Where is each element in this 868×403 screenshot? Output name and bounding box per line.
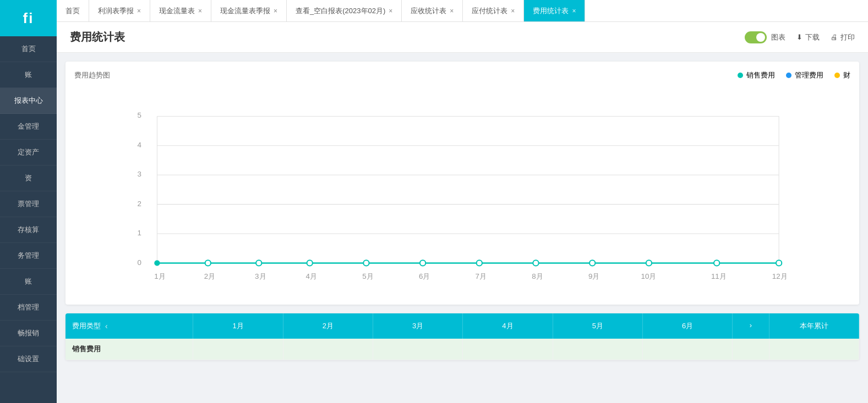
th-total: 本年累计: [769, 313, 859, 339]
td-m4: [463, 339, 553, 360]
svg-point-14: [154, 260, 160, 266]
sidebar-item-asset[interactable]: 定资产: [0, 140, 57, 165]
header-actions: 图表 ⬇ 下载 🖨 打印: [745, 31, 855, 43]
sidebar-item-service[interactable]: 务管理: [0, 243, 57, 269]
svg-text:1: 1: [137, 229, 141, 237]
page-title: 费用统计表: [70, 30, 125, 45]
close-tab-cashflow-q[interactable]: ×: [274, 7, 277, 15]
close-tab-profit[interactable]: ×: [137, 7, 141, 15]
svg-text:1月: 1月: [154, 272, 165, 280]
svg-text:7月: 7月: [476, 272, 487, 280]
svg-text:9月: 9月: [588, 272, 599, 280]
legend-admin: 管理费用: [786, 70, 823, 80]
th-month-5: 5月: [553, 313, 643, 339]
td-total: [769, 339, 859, 360]
svg-text:2月: 2月: [204, 272, 215, 280]
tab-payable[interactable]: 应付统计表 ×: [463, 0, 524, 21]
close-tab-expense[interactable]: ×: [572, 7, 576, 15]
close-tab-payable[interactable]: ×: [511, 7, 515, 15]
close-tab-cashflow[interactable]: ×: [198, 7, 202, 15]
svg-text:3月: 3月: [255, 272, 266, 280]
print-button[interactable]: 🖨 打印: [831, 32, 855, 42]
main-area: 首页 利润表季报 × 现金流量表 × 现金流量表季报 × 查看_空白报表(202…: [57, 0, 868, 403]
legend-sales: 销售费用: [738, 70, 775, 80]
tab-receivable[interactable]: 应收统计表 ×: [402, 0, 463, 21]
svg-point-21: [533, 260, 538, 266]
th-type: 费用类型 ‹: [65, 313, 193, 339]
legend-label-admin: 管理费用: [795, 70, 823, 80]
prev-months-button[interactable]: ‹: [105, 322, 108, 330]
table-header: 费用类型 ‹ 1月 2月 3月 4月 5月 6月 › 本年累计: [65, 313, 859, 339]
sidebar-item-capital[interactable]: 资: [0, 165, 57, 191]
download-label: 下载: [805, 32, 820, 42]
sidebar-item-fund[interactable]: 金管理: [0, 114, 57, 140]
sidebar-item-inventory[interactable]: 存核算: [0, 217, 57, 243]
svg-point-19: [420, 260, 425, 266]
sidebar-item-home[interactable]: 首页: [0, 36, 57, 62]
chart-toggle-label: 图表: [771, 32, 785, 42]
svg-point-20: [477, 260, 482, 266]
chart-legend: 销售费用 管理费用 财: [738, 70, 850, 80]
download-button[interactable]: ⬇ 下载: [796, 32, 820, 42]
svg-point-24: [714, 260, 719, 266]
chart-toggle-container[interactable]: 图表: [745, 31, 785, 43]
td-type: 销售费用: [65, 339, 193, 360]
td-m3: [373, 339, 463, 360]
svg-point-22: [589, 260, 595, 266]
svg-point-15: [205, 260, 211, 266]
sidebar-item-sales[interactable]: 畅报销: [0, 321, 57, 346]
sidebar-item-settings[interactable]: 础设置: [0, 346, 57, 372]
sidebar-item-invoice[interactable]: 票管理: [0, 191, 57, 217]
print-icon: 🖨: [831, 33, 838, 41]
svg-text:11月: 11月: [711, 272, 727, 280]
svg-point-25: [776, 260, 782, 266]
svg-text:6月: 6月: [419, 272, 430, 280]
svg-text:2: 2: [137, 200, 141, 208]
tab-profit[interactable]: 利润表季报 ×: [89, 0, 150, 21]
next-months-button[interactable]: ›: [733, 313, 769, 339]
legend-dot-sales: [738, 73, 743, 78]
chart-title: 费用趋势图: [74, 70, 110, 80]
sidebar-item-ledger[interactable]: 账: [0, 269, 57, 295]
svg-text:4月: 4月: [306, 272, 317, 280]
close-tab-receivable[interactable]: ×: [450, 7, 454, 15]
tab-cashflow[interactable]: 现金流量表 ×: [150, 0, 211, 21]
close-tab-blank[interactable]: ×: [389, 7, 392, 15]
print-label: 打印: [840, 32, 855, 42]
tab-expense[interactable]: 费用统计表 ×: [524, 0, 585, 21]
chart-section: 费用趋势图 销售费用 管理费用 财: [65, 62, 859, 305]
svg-point-16: [256, 260, 261, 266]
tab-bar: 首页 利润表季报 × 现金流量表 × 现金流量表季报 × 查看_空白报表(202…: [57, 0, 868, 22]
sidebar-item-report[interactable]: 报表中心: [0, 88, 57, 114]
legend-label-sales: 销售费用: [746, 70, 775, 80]
tab-cashflow-q[interactable]: 现金流量表季报 ×: [211, 0, 287, 21]
th-month-3: 3月: [373, 313, 463, 339]
chart-area: 0 1 2 3 4 5: [74, 87, 850, 296]
svg-point-18: [363, 260, 369, 266]
td-m1: [193, 339, 283, 360]
tab-home[interactable]: 首页: [57, 0, 89, 21]
sidebar-item-account[interactable]: 账: [0, 62, 57, 88]
sidebar-item-archive[interactable]: 档管理: [0, 295, 57, 321]
legend-label-finance: 财: [843, 70, 850, 80]
svg-text:0: 0: [137, 258, 141, 267]
page-header: 费用统计表 图表 ⬇ 下载 🖨 打印: [57, 22, 868, 53]
chart-toggle[interactable]: [745, 31, 767, 43]
table-section: 费用类型 ‹ 1月 2月 3月 4月 5月 6月 › 本年累计 销售费用: [65, 313, 859, 360]
tab-blank[interactable]: 查看_空白报表(2023年02月) ×: [287, 0, 402, 21]
content-area: 费用统计表 图表 ⬇ 下载 🖨 打印 费用趋势图: [57, 22, 868, 403]
th-month-6: 6月: [643, 313, 733, 339]
th-month-1: 1月: [193, 313, 283, 339]
legend-dot-admin: [786, 73, 791, 78]
td-m6: [643, 339, 733, 360]
svg-text:12月: 12月: [772, 272, 788, 280]
th-month-4: 4月: [463, 313, 553, 339]
svg-point-17: [307, 260, 313, 266]
td-nav-spacer: [733, 339, 769, 360]
svg-text:4: 4: [137, 141, 141, 149]
legend-finance: 财: [834, 70, 850, 80]
svg-text:10月: 10月: [641, 272, 657, 280]
svg-point-23: [646, 260, 652, 266]
sidebar: fi 首页 账 报表中心 金管理 定资产 资 票管理 存核算 务管理 账 档管理…: [0, 0, 57, 403]
td-m2: [283, 339, 373, 360]
